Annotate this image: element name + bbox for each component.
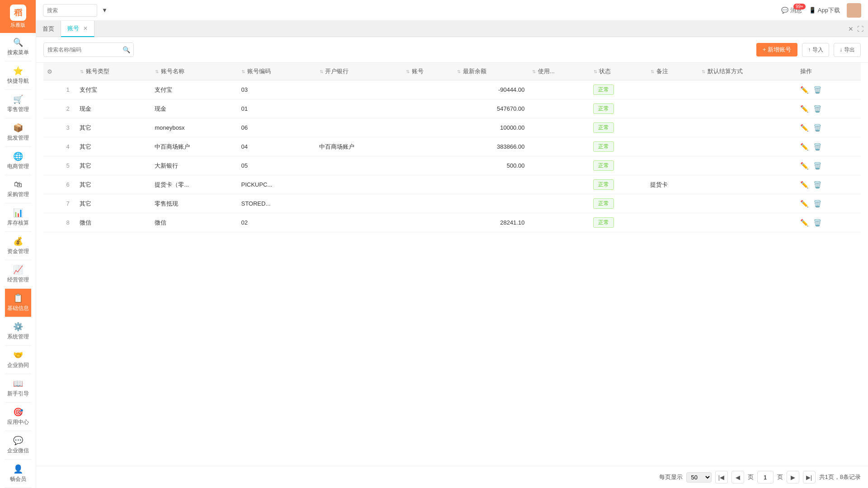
- col-bank[interactable]: ⇅ 开户银行: [316, 63, 402, 80]
- col-account-name[interactable]: ⇅ 账号名称: [151, 63, 237, 80]
- delete-button[interactable]: 🗑️: [813, 181, 822, 188]
- search-button[interactable]: 🔍: [119, 42, 133, 57]
- col-usage[interactable]: ⇅ 使用...: [528, 63, 589, 80]
- row-name: 现金: [151, 99, 237, 118]
- row-remark: [646, 137, 698, 156]
- row-usage: [528, 175, 589, 194]
- edit-button[interactable]: ✏️: [800, 219, 809, 226]
- first-page-button[interactable]: |◀: [715, 471, 728, 483]
- edit-button[interactable]: ✏️: [800, 105, 809, 113]
- sidebar-item-purchase-mgmt[interactable]: 🛍采购管理: [5, 175, 31, 203]
- col-account-type[interactable]: ⇅ 账号类型: [76, 63, 151, 80]
- row-usage: [528, 99, 589, 118]
- row-actions: ✏️ 🗑️: [797, 118, 861, 137]
- col-remark[interactable]: ⇅ 备注: [646, 63, 698, 80]
- sidebar-item-label: 企业微信: [7, 447, 29, 455]
- search-input[interactable]: [44, 47, 119, 53]
- edit-button[interactable]: ✏️: [800, 162, 809, 169]
- tab-home[interactable]: 首页: [36, 21, 61, 37]
- header-search-input[interactable]: [43, 4, 97, 17]
- app-download-button[interactable]: 📱 App下载: [809, 6, 840, 14]
- row-default-settlement: [698, 194, 797, 213]
- row-num: 1: [60, 80, 76, 99]
- delete-button[interactable]: 🗑️: [813, 86, 822, 94]
- last-page-button[interactable]: ▶|: [803, 471, 816, 483]
- sidebar-item-label: 新手引导: [7, 390, 29, 398]
- sidebar-item-ops-mgmt[interactable]: 📈经营管理: [5, 260, 31, 289]
- row-usage: [528, 213, 589, 232]
- sidebar-item-inventory[interactable]: 📊库存核算: [5, 203, 31, 232]
- delete-button[interactable]: 🗑️: [813, 143, 822, 150]
- row-actions: ✏️ 🗑️: [797, 156, 861, 175]
- close-window-btn[interactable]: ✕: [848, 25, 854, 33]
- edit-button[interactable]: ✏️: [800, 200, 809, 207]
- next-page-button[interactable]: ▶: [787, 471, 799, 483]
- row-account-no: [402, 118, 453, 137]
- col-account-code[interactable]: ⇅ 账号编码: [237, 63, 315, 80]
- row-status: 正常: [590, 137, 646, 156]
- row-account-no: [402, 137, 453, 156]
- row-type: 支付宝: [76, 80, 151, 99]
- sidebar-item-retail-mgmt[interactable]: 🛒零售管理: [5, 90, 31, 118]
- row-status: 正常: [590, 80, 646, 99]
- tab-label: 首页: [42, 25, 54, 33]
- logo-icon: 稻: [10, 5, 26, 21]
- tab-account[interactable]: 账号✕: [61, 21, 94, 37]
- sidebar-item-label: 批发管理: [7, 134, 29, 142]
- row-balance: 547670.00: [453, 99, 528, 118]
- delete-button[interactable]: 🗑️: [813, 105, 822, 113]
- add-account-button[interactable]: + 新增账号: [756, 43, 797, 56]
- edit-button[interactable]: ✏️: [800, 124, 809, 131]
- sidebar-item-label: 基础信息: [7, 305, 29, 312]
- sidebar-item-enterprise-wechat[interactable]: 💬企业微信: [5, 431, 31, 460]
- row-remark: [646, 156, 698, 175]
- delete-button[interactable]: 🗑️: [813, 124, 822, 131]
- col-balance[interactable]: ⇅ 最新余额: [453, 63, 528, 80]
- page-size-select[interactable]: 102050100: [686, 472, 712, 483]
- row-name: 提货卡（零...: [151, 175, 237, 194]
- tab-label: 账号: [67, 24, 79, 33]
- export-button[interactable]: ↓ 导出: [834, 43, 861, 57]
- delete-button[interactable]: 🗑️: [813, 219, 822, 226]
- sidebar-item-ecommerce-mgmt[interactable]: 🌐电商管理: [5, 147, 31, 175]
- col-default-settlement[interactable]: ⇅ 默认结算方式: [698, 63, 797, 80]
- status-badge: 正常: [593, 217, 614, 228]
- row-bank: [316, 175, 402, 194]
- sidebar-item-system-mgmt[interactable]: ⚙️系统管理: [5, 317, 31, 346]
- sidebar-item-wholesale-mgmt[interactable]: 📦批发管理: [5, 118, 31, 147]
- page-input[interactable]: [757, 471, 774, 483]
- sidebar-item-quick-nav[interactable]: ⭐快捷导航: [5, 61, 31, 90]
- row-remark: [646, 194, 698, 213]
- edit-button[interactable]: ✏️: [800, 86, 809, 94]
- retail-mgmt-icon: 🛒: [13, 94, 23, 104]
- sidebar-item-app-center[interactable]: 🎯应用中心: [5, 403, 31, 431]
- import-button[interactable]: ↑ 导入: [802, 43, 829, 57]
- col-settings[interactable]: ⚙: [43, 63, 60, 80]
- table-row: 1 支付宝 支付宝 03 -90444.00 正常 ✏️ 🗑️: [43, 80, 861, 99]
- delete-button[interactable]: 🗑️: [813, 200, 822, 207]
- col-status[interactable]: ⇅ 状态: [590, 63, 646, 80]
- table-row: 2 现金 现金 01 547670.00 正常 ✏️ 🗑️: [43, 99, 861, 118]
- maximize-btn[interactable]: ⛶: [857, 25, 863, 33]
- col-account-no[interactable]: ⇅ 账号: [402, 63, 453, 80]
- header-dropdown[interactable]: ▼: [102, 7, 108, 14]
- system-mgmt-icon: ⚙️: [13, 322, 23, 332]
- message-button[interactable]: 💬 消息 99+: [781, 6, 802, 14]
- tab-close-account[interactable]: ✕: [83, 25, 88, 32]
- delete-button[interactable]: 🗑️: [813, 162, 822, 169]
- sidebar-item-member[interactable]: 👤畅会员: [5, 460, 31, 488]
- sidebar-item-finance-mgmt[interactable]: 💰资金管理: [5, 232, 31, 260]
- member-icon: 👤: [13, 464, 23, 474]
- sidebar-item-basic-info[interactable]: 📋基础信息: [5, 289, 31, 317]
- row-account-no: [402, 175, 453, 194]
- sidebar-item-enterprise-agreement[interactable]: 🤝企业协同: [5, 346, 31, 374]
- sidebar-item-label: 畅会员: [10, 475, 26, 483]
- row-name: 中百商场账户: [151, 137, 237, 156]
- sidebar-item-beginner-guide[interactable]: 📖新手引导: [5, 374, 31, 403]
- row-account-no: [402, 80, 453, 99]
- prev-page-button[interactable]: ◀: [731, 471, 744, 483]
- sidebar-item-search-menu[interactable]: 🔍搜索菜单: [5, 33, 31, 61]
- avatar[interactable]: [847, 3, 861, 18]
- edit-button[interactable]: ✏️: [800, 143, 809, 150]
- edit-button[interactable]: ✏️: [800, 181, 809, 188]
